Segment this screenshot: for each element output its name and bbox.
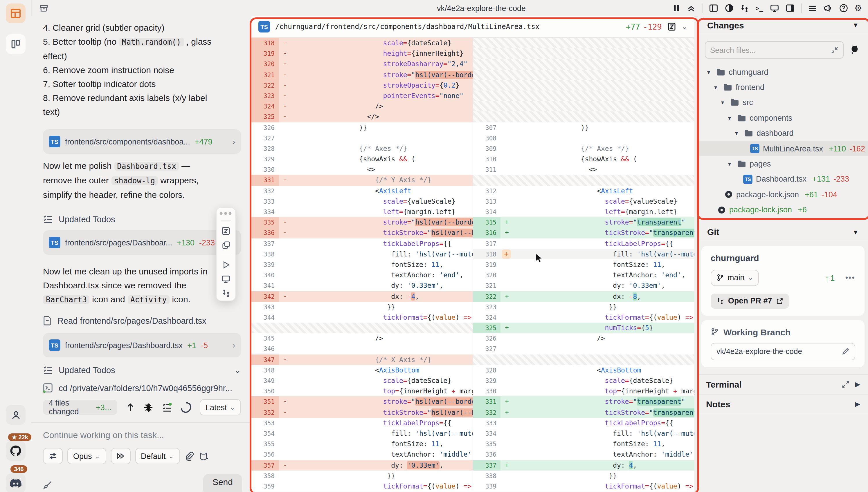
document-icon [43, 316, 52, 325]
terminal-section-header[interactable]: Terminal ▶ [698, 375, 868, 394]
drag-handle-icon[interactable]: ●●● [219, 211, 233, 215]
file-path: frontend/src/pages/Dashboar... [65, 238, 172, 247]
folder-icon [737, 114, 746, 122]
caret-down-icon[interactable]: ▾ [728, 115, 734, 121]
diff-row: 334left={margin.left}314left={margin.lef… [251, 206, 695, 217]
diff-line [473, 91, 695, 101]
diff-row: 356textAnchor: 'middle',336textAnchor: '… [251, 449, 695, 460]
fold-up-icon[interactable] [687, 4, 696, 13]
todos-status-icon[interactable] [162, 402, 172, 413]
account-button[interactable] [6, 405, 26, 425]
chat-message: Now let me clean up the unused imports i… [43, 265, 241, 307]
diff-rows[interactable]: 318-scale={dateScale}319-height={innerHe… [251, 38, 695, 491]
pause-icon[interactable] [673, 4, 681, 12]
open-pr-button[interactable]: Open PR #7 [711, 294, 789, 309]
arrow-up-icon[interactable] [126, 403, 134, 412]
terminal-icon[interactable]: >_ [756, 4, 764, 12]
help-icon[interactable] [839, 3, 848, 13]
collapse-diff-icon[interactable]: ⌄ [682, 23, 687, 31]
menu-icon[interactable] [808, 4, 817, 13]
file-tree-item[interactable]: ▾dashboard [698, 126, 868, 141]
paperclip-icon[interactable] [184, 451, 194, 461]
more-menu-icon[interactable]: ••• [845, 274, 855, 282]
file-tree-item[interactable]: ▾churnguard [698, 65, 868, 80]
diff-row: 357-dy: '0.33em',337+dy: 4, [251, 460, 695, 470]
caret-down-icon[interactable]: ▾ [735, 130, 741, 137]
caret-down-icon[interactable]: ▾ [721, 99, 727, 106]
panel-right-icon[interactable] [785, 3, 795, 13]
git-section-header[interactable]: Git ▼ [698, 223, 868, 241]
file-change-chip[interactable]: TSfrontend/src/pages/Dashboard.tsx+1-5› [43, 333, 241, 358]
diff-row: 319-height={innerHeight} [251, 48, 695, 58]
diff-view-mode-icon[interactable] [667, 22, 676, 31]
diff-line: 347-{/* X Axis */} [251, 354, 473, 365]
panel-left-icon[interactable] [709, 3, 719, 13]
file-tree-item[interactable]: TSDashboard.tsx+131-233 [698, 171, 868, 187]
diff-line: 353tickLabelProps={{ [251, 418, 473, 428]
updated-todos-row[interactable]: Updated Todos [43, 214, 241, 224]
terminal-command-row[interactable]: cd /private/var/folders/10/h7w0q46556ggr… [43, 383, 241, 393]
updated-todos-row[interactable]: Updated Todos⌄ [43, 365, 241, 375]
monitor-icon[interactable] [221, 274, 231, 284]
branch-selector[interactable]: main ⌄ [711, 270, 759, 286]
github-button[interactable] [6, 441, 26, 461]
chevron-right-icon: ▶ [855, 400, 860, 408]
divider [801, 3, 801, 13]
read-file-row[interactable]: Read frontend/src/pages/Dashboard.tsx [43, 316, 241, 325]
git-compare-icon[interactable] [221, 289, 230, 298]
file-tree-item[interactable]: ▾pages [698, 156, 868, 172]
read-label: Read frontend/src/pages/Dashboard.tsx [57, 316, 206, 325]
git-compare-icon[interactable] [741, 4, 749, 13]
file-tree-item[interactable]: TSMultiLineArea.tsx+110-162 [698, 141, 868, 156]
contrast-icon[interactable] [725, 3, 734, 13]
diff-line: 335fontSize: 11, [473, 439, 695, 449]
burst-icon[interactable] [143, 402, 153, 412]
file-tree-item[interactable]: ▾components [698, 110, 868, 126]
notes-section-header[interactable]: Notes ▶ [698, 395, 868, 414]
megaphone-icon[interactable] [823, 3, 832, 13]
diff-line: 351-stroke="hsl(var(--border [251, 397, 473, 407]
settings-sliders-button[interactable] [43, 448, 63, 464]
file-change-chip[interactable]: TSfrontend/src/pages/Dashboar...+130-233 [43, 230, 241, 255]
settings-gear-icon[interactable]: ⚙ [854, 3, 862, 13]
chevron-down-icon[interactable]: ⌄ [234, 365, 241, 374]
edit-diff-icon[interactable] [221, 226, 231, 236]
file-tree-item[interactable]: package-lock.json+61-104 [698, 187, 868, 202]
caret-down-icon[interactable]: ▾ [714, 84, 720, 91]
broom-icon[interactable] [43, 480, 53, 490]
caret-down-icon[interactable]: ▾ [728, 161, 734, 167]
diff-line: 338}} [473, 470, 695, 481]
file-tree-item[interactable]: package-lock.json+6 [698, 202, 868, 218]
edit-pencil-icon[interactable] [842, 348, 849, 355]
latest-dropdown[interactable]: Latest⌄ [200, 399, 241, 415]
search-files-input[interactable]: Search files... [705, 41, 844, 58]
archive-icon[interactable] [39, 3, 49, 13]
composer-input[interactable]: Continue working on this task... [43, 430, 241, 440]
discord-button[interactable] [6, 473, 26, 492]
cat-icon[interactable] [198, 452, 208, 460]
collapse-tree-icon[interactable] [831, 46, 838, 54]
file-change-chip[interactable]: TSfrontend/src/components/dashboa...+479… [43, 129, 241, 154]
changes-section-header[interactable]: Changes ▼ [698, 16, 868, 34]
mode-dropdown[interactable]: Default⌄ [135, 448, 180, 464]
workspace-tab-active[interactable] [6, 3, 26, 23]
file-tree-item[interactable]: ▾src [698, 95, 868, 110]
diff-line: 358}} [251, 470, 473, 481]
expand-icon[interactable] [842, 380, 849, 388]
add-comment-button[interactable]: + [502, 249, 511, 259]
workspace-tab[interactable] [6, 34, 26, 54]
file-tree-item[interactable]: ▾frontend [698, 80, 868, 95]
fast-forward-button[interactable] [111, 448, 130, 464]
files-changed-chip[interactable]: 4 files changed +3... [43, 400, 117, 415]
caret-down-icon[interactable]: ▾ [707, 69, 713, 75]
play-icon[interactable] [221, 261, 230, 269]
diff-line: 337+dy: 4, [473, 460, 695, 470]
working-branch-input[interactable]: vk/4e2a-explore-the-code [711, 343, 855, 360]
copy-icon[interactable] [221, 241, 230, 249]
diff-line: 333tickLabelProps={{ [473, 418, 695, 428]
monitor-icon[interactable] [770, 3, 779, 13]
send-button[interactable]: Send [203, 474, 242, 492]
github-cat-icon[interactable] [849, 45, 860, 55]
diff-line: 307)} [473, 122, 695, 132]
model-dropdown[interactable]: Opus⌄ [67, 448, 106, 464]
